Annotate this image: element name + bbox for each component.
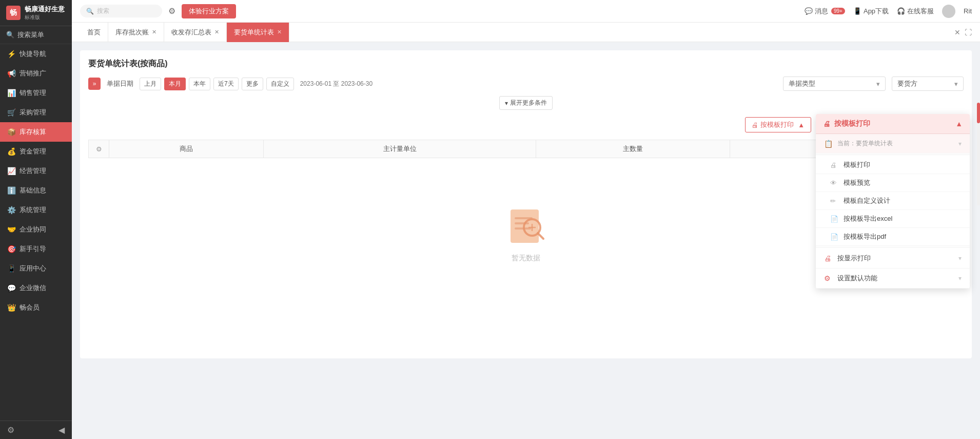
dropdown-template-export-excel[interactable]: 📄 按模板导出excel <box>816 210 970 228</box>
app-logo: 畅 畅康通好生意 标准版 <box>0 0 72 26</box>
filter-row: » 单据日期 上月 本月 本年 近7天 更多 自定义 2023-06-01 至 … <box>88 77 964 91</box>
main-content: 🔍 搜索 ⚙ 体验行业方案 💬 消息 99+ 📱 App下载 🎧 在线客服 Ri… <box>72 0 980 439</box>
dropdown-template-custom-design[interactable]: ✏ 模板自定义设计 <box>816 192 970 210</box>
dropdown-close-btn[interactable]: ▲ <box>955 120 963 128</box>
current-template-icon: 📋 <box>824 140 832 148</box>
sidebar-item-operations[interactable]: 📈 经营管理 <box>0 161 72 181</box>
empty-state-text: 暂无数据 <box>512 254 540 263</box>
date-btn-last-month[interactable]: 上月 <box>140 78 161 90</box>
user-avatar[interactable] <box>942 5 955 18</box>
date-btn-more[interactable]: 更多 <box>242 78 263 90</box>
top-header: 🔍 搜索 ⚙ 体验行业方案 💬 消息 99+ 📱 App下载 🎧 在线客服 Ri… <box>72 0 980 23</box>
svg-rect-2 <box>515 222 529 224</box>
right-scrollbar[interactable] <box>977 103 980 205</box>
sidebar-item-inventory[interactable]: 📦 库存核算 <box>0 122 72 142</box>
tab-close-receipt-summary[interactable]: ✕ <box>214 29 219 35</box>
template-export-pdf-icon: 📄 <box>830 233 838 241</box>
membership-icon: 👑 <box>7 303 15 312</box>
header-search-bar[interactable]: 🔍 搜索 <box>80 5 162 17</box>
type-filter-chevron-icon: ▾ <box>876 80 880 88</box>
sidebar-item-sales[interactable]: 📊 销售管理 <box>0 83 72 103</box>
date-btn-this-year[interactable]: 本年 <box>189 78 210 90</box>
fold-sidebar-icon[interactable]: ◀ <box>58 425 65 435</box>
template-custom-design-icon: ✏ <box>830 197 838 205</box>
template-export-excel-icon: 📄 <box>830 215 838 223</box>
table-settings-icon[interactable]: ⚙ <box>96 145 102 153</box>
dropdown-header: 🖨 按模板打印 ▲ <box>816 114 970 134</box>
messages-icon: 💬 <box>805 7 813 15</box>
dropdown-template-export-pdf[interactable]: 📄 按模板导出pdf <box>816 228 970 246</box>
sidebar: 畅 畅康通好生意 标准版 🔍 搜索菜单 ⚡ 快捷导航 📢 营销推广 📊 销售管理… <box>0 0 72 439</box>
app-download-action[interactable]: 📱 App下载 <box>853 7 889 16</box>
tab-close-window-icon[interactable]: ✕ <box>954 28 961 36</box>
filter-expand-btn[interactable]: » <box>88 78 101 90</box>
type-filter-label: 单据类型 <box>789 79 815 88</box>
tab-close-order-stats[interactable]: ✕ <box>277 29 282 35</box>
goods-filter-select[interactable]: 要货方 ▾ <box>892 77 964 91</box>
online-service-action[interactable]: 🎧 在线客服 <box>897 7 934 16</box>
table-col-quantity: 主数量 <box>536 140 730 158</box>
tab-inventory-batch[interactable]: 库存批次账 ✕ <box>108 23 164 42</box>
sidebar-item-guide[interactable]: 🎯 新手引导 <box>0 239 72 259</box>
dropdown-template-print[interactable]: 🖨 模板打印 <box>816 156 970 174</box>
messages-action[interactable]: 💬 消息 99+ <box>805 7 845 16</box>
current-template-chevron-icon: ▾ <box>958 140 962 147</box>
dropdown-set-default[interactable]: ⚙ 设置默认功能 ▾ <box>816 269 970 289</box>
sidebar-item-quick-nav[interactable]: ⚡ 快捷导航 <box>0 44 72 64</box>
sidebar-item-system[interactable]: ⚙️ 系统管理 <box>0 200 72 220</box>
empty-state-icon <box>500 199 552 245</box>
app-center-icon: 📱 <box>7 264 15 273</box>
tab-order-stats[interactable]: 要货单统计表 ✕ <box>227 23 289 42</box>
sidebar-item-wechat[interactable]: 💬 企业微信 <box>0 278 72 298</box>
set-default-chevron-icon: ▾ <box>958 275 962 282</box>
sidebar-item-purchase[interactable]: 🛒 采购管理 <box>0 103 72 122</box>
date-filter-label: 单据日期 <box>107 79 133 88</box>
header-gear-icon[interactable]: ⚙ <box>168 6 175 16</box>
right-scrollbar-thumb <box>977 103 980 123</box>
dropdown-print-icon: 🖨 <box>823 120 830 128</box>
app-download-icon: 📱 <box>853 7 861 15</box>
enterprise-icon: 🤝 <box>7 225 15 234</box>
sidebar-search[interactable]: 🔍 搜索菜单 <box>0 26 72 44</box>
tab-receipt-summary[interactable]: 收发存汇总表 ✕ <box>164 23 227 42</box>
date-btn-7days[interactable]: 近7天 <box>213 78 239 90</box>
sidebar-item-finance[interactable]: 💰 资金管理 <box>0 142 72 161</box>
type-filter-select[interactable]: 单据类型 ▾ <box>783 77 886 91</box>
table-col-goods: 商品 <box>109 140 264 158</box>
purchase-icon: 🛒 <box>7 108 15 117</box>
sidebar-item-enterprise[interactable]: 🤝 企业协同 <box>0 220 72 239</box>
marketing-icon: 📢 <box>7 69 15 78</box>
sidebar-item-marketing[interactable]: 📢 营销推广 <box>0 64 72 83</box>
settings-footer-icon[interactable]: ⚙ <box>7 425 14 435</box>
sidebar-item-membership[interactable]: 👑 畅会员 <box>0 298 72 317</box>
date-btn-this-month[interactable]: 本月 <box>164 78 186 90</box>
print-template-dropdown: 🖨 按模板打印 ▲ 📋 当前：要货单统计表 ▾ 🖨 模板打印 👁 模板预览 <box>816 114 970 289</box>
sidebar-item-app-center[interactable]: 📱 应用中心 <box>0 259 72 278</box>
tab-home[interactable]: 首页 <box>80 23 108 42</box>
quick-nav-icon: ⚡ <box>7 50 15 58</box>
system-icon: ⚙️ <box>7 206 15 214</box>
goods-filter-label: 要货方 <box>897 79 917 88</box>
expand-more-btn[interactable]: ▾ 展开更多条件 <box>499 96 553 110</box>
sidebar-item-basic-info[interactable]: ℹ️ 基础信息 <box>0 181 72 200</box>
sidebar-footer: ⚙ ◀ <box>0 421 72 439</box>
page-title: 要货单统计表(按商品) <box>88 59 964 69</box>
date-options: 上月 本月 本年 近7天 更多 自定义 <box>140 78 294 90</box>
date-btn-custom[interactable]: 自定义 <box>266 78 294 90</box>
trial-btn[interactable]: 体验行业方案 <box>182 4 236 18</box>
dropdown-divider-2 <box>816 247 970 247</box>
tab-close-inventory-batch[interactable]: ✕ <box>152 29 156 35</box>
table-col-settings[interactable]: ⚙ <box>89 140 109 158</box>
print-template-btn[interactable]: 🖨 按模板打印 ▲ <box>745 117 811 132</box>
headset-icon: 🎧 <box>897 7 905 15</box>
header-actions: 💬 消息 99+ 📱 App下载 🎧 在线客服 Rit <box>805 5 972 18</box>
logo-text: 畅康通好生意 标准版 <box>25 5 65 21</box>
tab-expand-window-icon[interactable]: ⛶ <box>965 28 972 36</box>
search-icon: 🔍 <box>6 31 14 39</box>
print-icon: 🖨 <box>752 121 758 129</box>
display-print-icon: 🖨 <box>824 254 832 262</box>
dropdown-current-template[interactable]: 📋 当前：要货单统计表 ▾ <box>816 134 970 154</box>
dropdown-template-preview[interactable]: 👁 模板预览 <box>816 174 970 192</box>
dropdown-display-print[interactable]: 🖨 按显示打印 ▾ <box>816 249 970 269</box>
inventory-icon: 📦 <box>7 128 15 136</box>
